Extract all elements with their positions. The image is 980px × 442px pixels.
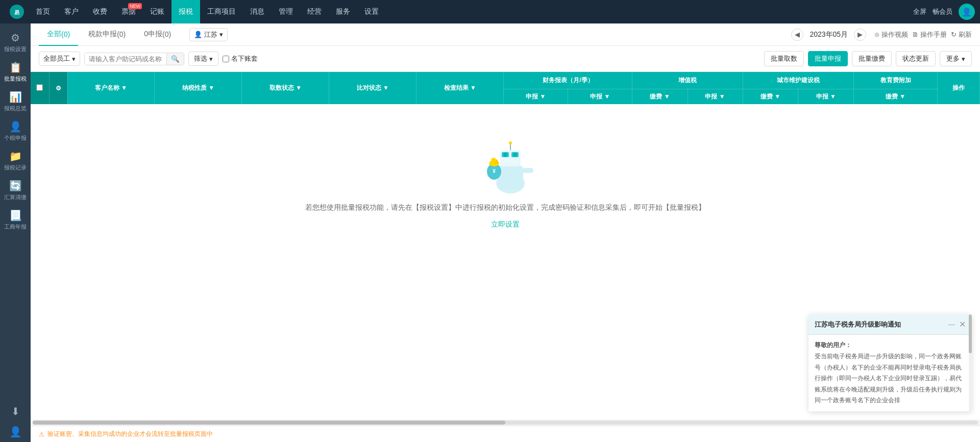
warning-icon: ⚠ [39, 431, 44, 438]
col-city-declare: 申报 ▼ [688, 89, 743, 105]
sidebar-item-label: 报税记录 [4, 164, 27, 171]
employee-label: 全部员工 [43, 54, 70, 63]
tabs-actions: ⊙ 操作视频 🗎 操作手册 ↻ 刷新 [874, 30, 972, 39]
sidebar-item-label: 批量报税 [4, 75, 27, 83]
logo[interactable]: 易 [5, 4, 29, 19]
nav-item-服务[interactable]: 服务 [329, 0, 357, 23]
sidebar-item-tax-settings[interactable]: ⚙报税设置 [0, 28, 31, 57]
col-compare-status: 比对状态 ▼ [329, 72, 416, 104]
sidebar-item-batch-tax[interactable]: 📋批量报税 [0, 57, 31, 87]
personal-tax-icon: 👤 [9, 120, 22, 133]
col-education-surcharge: 教育费附加 [854, 72, 938, 89]
svg-point-9 [503, 153, 507, 157]
nav-item-收费[interactable]: 收费 [86, 0, 114, 23]
sidebar-item-personal-tax[interactable]: 👤个税申报 [0, 116, 31, 146]
nav-item-经营[interactable]: 经营 [300, 0, 329, 23]
nav-item-记账[interactable]: 记账 [143, 0, 172, 23]
col-settings: ⚙ [49, 72, 67, 104]
svg-rect-5 [522, 168, 533, 173]
sidebar-item-tax-records[interactable]: 📁报税记录 [0, 146, 31, 176]
notification-scrollbar[interactable] [969, 314, 972, 411]
search-button[interactable]: 🔍 [166, 53, 184, 65]
tab-all-count: (0) [61, 30, 70, 38]
sub-accounts-input[interactable] [223, 56, 229, 62]
nav-item-报税[interactable]: 报税 [172, 0, 200, 23]
horizontal-scrollbar[interactable] [31, 420, 980, 426]
bottom-bar: ⚠ 验证账密、采集信息均成功的企业才会流转至批量报税页面中 [31, 426, 980, 442]
top-navigation: 易 首页客户收费票据NEW记账报税工商项目消息管理经营服务设置 全屏 畅会员 👤 [0, 0, 980, 23]
search-wrapper: 🔍 [84, 53, 184, 65]
fullscreen-btn[interactable]: 全屏 [913, 7, 926, 16]
sub-accounts-checkbox[interactable]: 名下账套 [223, 54, 258, 63]
filter-button[interactable]: 筛选 ▾ [188, 52, 218, 66]
col-fetch-status: 取数状态 ▼ [242, 72, 329, 104]
warning-text: 验证账密、采集信息均成功的企业才会流转至批量报税页面中 [47, 430, 213, 438]
empty-state-row: ¥ 若您想使用批量报税功能，请先在【报税设置】中进行报税的初始化设置，完成密码验… [31, 104, 980, 260]
user-avatar[interactable]: 👤 [959, 4, 975, 20]
data-table: ⚙ 客户名称 ▼ 纳税性质 ▼ 取数状态 ▼ 比对状态 ▼ 检查结果 ▼ 财务报… [31, 72, 980, 260]
refresh-btn[interactable]: ↻ 刷新 [951, 30, 972, 39]
tab-all[interactable]: 全部 (0) [39, 23, 78, 46]
col-checkbox [31, 72, 49, 104]
notification-header: 江苏电子税务局升级影响通知 — ✕ [808, 314, 972, 335]
province-selector[interactable]: 👤 江苏 ▾ [189, 28, 228, 41]
chevron-down-icon: ▾ [962, 55, 965, 63]
tab-tax-declare[interactable]: 税款申报 (0) [80, 23, 134, 46]
sidebar-item-tax-summary[interactable]: 📊报税总览 [0, 87, 31, 116]
select-all-checkbox[interactable] [36, 84, 43, 91]
robot-illustration: ¥ [472, 135, 538, 201]
notification-close[interactable]: ✕ [959, 320, 966, 329]
current-month: 2023年05月 [810, 30, 848, 39]
sidebar-item-annual-report[interactable]: 📃工商年报 [0, 205, 31, 235]
notification-panel: 江苏电子税务局升级影响通知 — ✕ 尊敬的用户： 受当前电子税务局进一步升级的影… [808, 314, 972, 411]
bottom-warning: ⚠ 验证账密、采集信息均成功的企业才会流转至批量报税页面中 [39, 430, 213, 438]
sidebar-item-download[interactable]: ⬇ [0, 401, 31, 422]
membership-btn[interactable]: 畅会员 [933, 7, 952, 16]
more-button[interactable]: 更多 ▾ [940, 51, 972, 66]
status-update-button[interactable]: 状态更新 [896, 51, 936, 66]
more-label: 更多 [946, 54, 960, 63]
setup-link[interactable]: 立即设置 [491, 220, 520, 229]
badge-new: NEW [128, 3, 142, 9]
operation-manual-btn[interactable]: 🗎 操作手册 [912, 30, 947, 39]
sidebar-item-label: 个税申报 [4, 134, 27, 142]
toolbar-right: 批量取数 批量申报 批量缴费 状态更新 更多 ▾ [764, 51, 972, 66]
nav-item-消息[interactable]: 消息 [243, 0, 272, 23]
sidebar-item-user[interactable]: 👤 [0, 422, 31, 442]
table-header-row-1: ⚙ 客户名称 ▼ 纳税性质 ▼ 取数状态 ▼ 比对状态 ▼ 检查结果 ▼ 财务报… [31, 72, 980, 89]
svg-point-17 [491, 158, 496, 163]
nav-item-工商项目[interactable]: 工商项目 [200, 0, 243, 23]
tax-records-icon: 📁 [9, 150, 22, 162]
notification-minimize[interactable]: — [948, 321, 955, 328]
nav-item-票据[interactable]: 票据NEW [114, 0, 143, 23]
batch-fetch-button[interactable]: 批量取数 [764, 51, 804, 66]
tab-zero-declare[interactable]: 0申报 (0) [136, 23, 179, 46]
nav-item-客户[interactable]: 客户 [57, 0, 86, 23]
nav-item-管理[interactable]: 管理 [272, 0, 300, 23]
chevron-down-icon: ▾ [209, 55, 213, 63]
nav-item-设置[interactable]: 设置 [357, 0, 386, 23]
operation-video-btn[interactable]: ⊙ 操作视频 [874, 30, 908, 39]
svg-text:易: 易 [14, 10, 19, 15]
settings-icon[interactable]: ⚙ [56, 85, 61, 92]
chevron-down-icon: ▾ [72, 55, 76, 63]
annual-report-icon: 📃 [9, 209, 22, 222]
col-operation: 操作 [937, 72, 979, 104]
col-vat: 增值税 [632, 72, 743, 89]
batch-declare-button[interactable]: 批量申报 [808, 51, 848, 66]
toolbar: 全部员工 ▾ 🔍 筛选 ▾ 名下账套 批量取数 批量申报 批量缴费 状态更新 更… [31, 46, 980, 72]
search-input[interactable] [85, 53, 166, 65]
prev-month-button[interactable]: ◀ [791, 29, 803, 41]
tab-tax-declare-label: 税款申报 [88, 30, 117, 39]
chevron-down-icon: ▾ [219, 31, 223, 38]
province-label: 江苏 [204, 30, 217, 39]
sidebar-item-settlement[interactable]: 🔄汇算清缴 [0, 176, 31, 205]
table-body: ¥ 若您想使用批量报税功能，请先在【报税设置】中进行报税的初始化设置，完成密码验… [31, 104, 980, 260]
notification-text: 尊敬的用户： 受当前电子税务局进一步升级的影响，同一个政务网账号（办税人）名下的… [815, 340, 966, 406]
nav-item-首页[interactable]: 首页 [29, 0, 57, 23]
download-icon: ⬇ [11, 405, 20, 418]
batch-pay-button[interactable]: 批量缴费 [852, 51, 892, 66]
col-fin-declare: 申报 ▼ [504, 89, 568, 105]
employee-selector[interactable]: 全部员工 ▾ [39, 52, 80, 66]
next-month-button[interactable]: ▶ [854, 29, 866, 41]
